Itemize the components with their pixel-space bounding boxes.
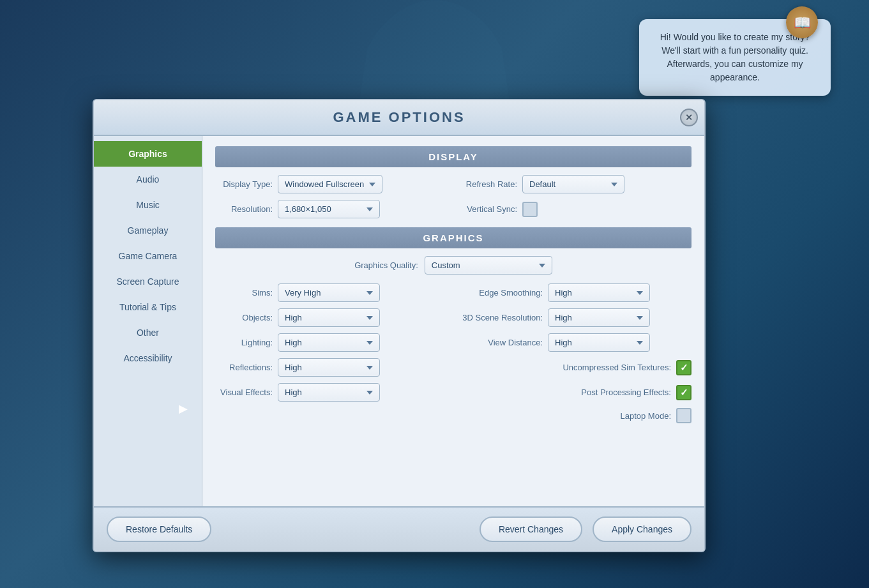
resolution-row: Resolution: 1,680×1,050 [215,200,447,218]
empty-cell [215,408,447,423]
graphics-quality-label: Graphics Quality: [354,260,418,270]
dropdown-arrow-icon [637,316,643,320]
laptop-mode-row: Laptop Mode: [460,408,691,423]
edge-smoothing-row: Edge Smoothing: High [460,283,691,302]
view-distance-row: View Distance: High [460,333,691,352]
graphics-quality-dropdown[interactable]: Custom [425,256,552,275]
uncompressed-textures-row: Uncompressed Sim Textures: [460,358,691,377]
dropdown-arrow-icon [366,341,373,345]
laptop-mode-checkbox[interactable] [676,408,691,423]
dropdown-arrow-icon [369,183,375,186]
scene-resolution-row: 3D Scene Resolution: High [460,308,691,327]
reflections-dropdown[interactable]: High [278,358,380,377]
visual-effects-row: Visual Effects: High [215,383,447,402]
revert-changes-button[interactable]: Revert Changes [480,516,582,542]
sidebar: Graphics Audio Music Gameplay Game Camer… [94,136,202,506]
tooltip-text: Hi! Would you like to create my story? W… [660,32,810,82]
sims-label: Sims: [215,288,273,298]
apply-changes-button[interactable]: Apply Changes [593,516,691,542]
uncompressed-textures-label: Uncompressed Sim Textures: [563,363,671,372]
display-type-row: Display Type: Windowed Fullscreen [215,175,447,193]
graphics-quality-row: Graphics Quality: Custom [215,256,691,275]
objects-row: Objects: High [215,308,447,327]
dropdown-arrow-icon [366,207,373,211]
post-processing-checkbox[interactable] [676,385,691,400]
dialog-body: Graphics Audio Music Gameplay Game Camer… [94,136,704,506]
dropdown-arrow-icon [366,316,373,320]
dropdown-arrow-icon [637,341,643,345]
lighting-dropdown[interactable]: High [278,333,380,352]
vertical-sync-label: Vertical Sync: [460,204,517,214]
vertical-sync-row: Vertical Sync: [460,200,691,218]
objects-dropdown[interactable]: High [278,308,380,327]
post-processing-label: Post Processing Effects: [581,388,671,397]
sidebar-item-graphics[interactable]: Graphics [94,141,202,167]
edge-smoothing-label: Edge Smoothing: [460,288,543,298]
resolution-dropdown[interactable]: 1,680×1,050 [278,200,380,218]
tooltip-icon: 📖 [786,6,818,38]
sidebar-item-tutorial-tips[interactable]: Tutorial & Tips [94,294,202,320]
objects-label: Objects: [215,313,273,322]
sidebar-item-music[interactable]: Music [94,192,202,218]
graphics-section-header: Graphics [215,227,691,248]
tooltip-bubble: 📖 Hi! Would you like to create my story?… [639,19,831,96]
sims-row: Sims: Very High [215,283,447,302]
sidebar-item-screen-capture[interactable]: Screen Capture [94,269,202,294]
footer-right-buttons: Revert Changes Apply Changes [480,516,691,542]
sidebar-item-gameplay[interactable]: Gameplay [94,218,202,243]
reflections-row: Reflections: High [215,358,447,377]
refresh-rate-label: Refresh Rate: [460,179,517,189]
display-section-header: Display [215,146,691,167]
dialog-title: Game Options [333,109,465,125]
sidebar-item-audio[interactable]: Audio [94,167,202,192]
sidebar-item-other[interactable]: Other [94,320,202,345]
sims-dropdown[interactable]: Very High [278,283,380,302]
display-type-dropdown[interactable]: Windowed Fullscreen [278,175,382,193]
reflections-label: Reflections: [215,363,273,372]
lighting-row: Lighting: High [215,333,447,352]
edge-smoothing-dropdown[interactable]: High [548,283,650,302]
refresh-rate-dropdown[interactable]: Default [522,175,624,193]
restore-defaults-button[interactable]: Restore Defaults [107,516,211,542]
refresh-rate-row: Refresh Rate: Default [460,175,691,193]
vertical-sync-checkbox[interactable] [522,202,538,217]
resolution-label: Resolution: [215,204,273,214]
lighting-label: Lighting: [215,338,273,347]
post-processing-row: Post Processing Effects: [460,383,691,402]
dropdown-arrow-icon [611,183,617,186]
main-content: Display Display Type: Windowed Fullscree… [202,136,704,506]
dialog-footer: Restore Defaults Revert Changes Apply Ch… [94,506,704,551]
display-type-label: Display Type: [215,179,273,189]
detail-settings-grid: Sims: Very High Edge Smoothing: High [215,283,691,423]
scene-resolution-label: 3D Scene Resolution: [460,313,543,322]
dropdown-arrow-icon [637,291,643,295]
visual-effects-dropdown[interactable]: High [278,383,380,402]
dropdown-arrow-icon [366,366,373,370]
dropdown-arrow-icon [539,264,545,268]
view-distance-dropdown[interactable]: High [548,333,650,352]
close-button[interactable]: ✕ [680,109,698,126]
visual-effects-label: Visual Effects: [215,388,273,397]
game-options-dialog: Game Options ✕ Graphics Audio Music Game… [93,99,706,552]
sidebar-item-accessibility[interactable]: Accessibility [94,345,202,371]
display-settings-grid: Display Type: Windowed Fullscreen Refres… [215,175,691,218]
sidebar-item-game-camera[interactable]: Game Camera [94,243,202,269]
view-distance-label: View Distance: [460,338,543,347]
scene-resolution-dropdown[interactable]: High [548,308,650,327]
dropdown-arrow-icon [366,391,373,395]
dropdown-arrow-icon [366,291,373,295]
laptop-mode-label: Laptop Mode: [620,411,671,421]
vertical-sync-area [522,202,538,217]
uncompressed-textures-checkbox[interactable] [676,360,691,375]
dialog-header: Game Options ✕ [94,100,704,136]
